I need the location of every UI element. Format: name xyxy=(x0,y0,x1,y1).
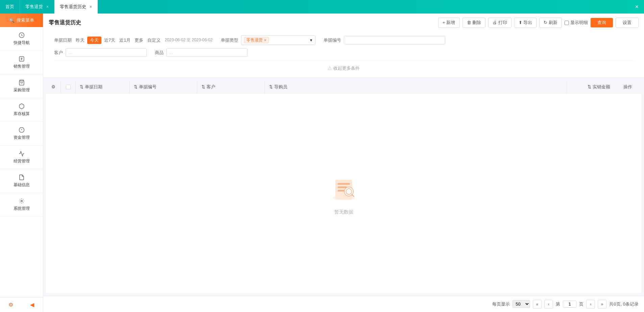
sidebar-search[interactable]: 🔍 搜索菜单 xyxy=(0,14,43,27)
th-amount[interactable]: ⇅ 实销金额 xyxy=(567,81,614,93)
sidebar-item-label: 采购管理 xyxy=(14,87,30,93)
tab-retail-return[interactable]: 零售退货 × xyxy=(20,0,54,14)
new-button[interactable]: + 新增 xyxy=(438,18,459,28)
th-customer-text: 客户 xyxy=(207,84,215,90)
th-guide-text: 导购员 xyxy=(274,84,287,90)
show-detail-label: 显示明细 xyxy=(570,20,588,26)
sidebar-item-finance[interactable]: 资金管理 xyxy=(0,122,43,146)
svg-rect-9 xyxy=(337,183,350,185)
sidebar-item-label: 基础信息 xyxy=(14,182,30,188)
sidebar-item-label: 快捷导航 xyxy=(14,40,30,46)
basic-info-icon xyxy=(18,174,25,181)
goods-filter: 商品 ... xyxy=(155,48,247,57)
export-button[interactable]: ⬆ 导出 xyxy=(514,18,537,28)
sidebar-item-quick-nav[interactable]: 快捷导航 xyxy=(0,27,43,51)
top-bar: 首页 零售退货 × 零售退货历史 × × xyxy=(0,0,644,14)
goods-placeholder: ... xyxy=(169,50,173,55)
date-opt-7days[interactable]: 近7天 xyxy=(103,37,117,44)
th-customer-sort: ⇅ xyxy=(201,84,205,89)
data-table: ⚙ ⇅ 单据日期 ⇅ 单据编号 ⇅ 客户 ⇅ xyxy=(46,81,641,293)
th-guide[interactable]: ⇅ 导购员 xyxy=(265,81,567,93)
svg-point-6 xyxy=(21,200,22,202)
bill-type-tag: 零售退货 × xyxy=(244,37,269,43)
customer-select[interactable]: ... xyxy=(66,48,147,57)
tab-retail-return-history[interactable]: 零售退货历史 × xyxy=(54,0,98,14)
sidebar-item-operation[interactable]: 经营管理 xyxy=(0,146,43,169)
date-range-label: 2023-06-02 至 2023-06-02 xyxy=(165,37,212,43)
chevron-down-icon: ▾ xyxy=(310,38,312,43)
tab-retail-return-close[interactable]: × xyxy=(46,4,49,9)
sidebar-bottom: ⚙ ◀ xyxy=(0,297,43,312)
date-opt-today[interactable]: 今天 xyxy=(87,37,101,44)
query-button[interactable]: 查询 xyxy=(591,18,613,27)
goods-select[interactable]: ... xyxy=(166,48,247,57)
date-filter: 单据日期 昨天 今天 近7天 近1月 更多 自定义 2023-06-02 至 2… xyxy=(54,37,213,44)
last-page-button[interactable]: » xyxy=(598,300,606,309)
sidebar-collapse-btn[interactable]: ◀ xyxy=(22,297,43,312)
bill-no-input[interactable] xyxy=(344,36,445,44)
sidebar-item-sales[interactable]: 销售管理 xyxy=(0,51,43,74)
bill-type-select[interactable]: 零售退货 × ▾ xyxy=(241,35,315,45)
th-bill-no[interactable]: ⇅ 单据编号 xyxy=(130,81,197,93)
collapse-button[interactable]: △ 收起更多条件 xyxy=(322,64,365,73)
search-icon: 🔍 xyxy=(9,18,15,23)
sidebar-item-label: 库存核算 xyxy=(14,111,30,117)
window-close-icon[interactable]: × xyxy=(629,3,644,10)
settings-bottom-btn[interactable]: ⚙ xyxy=(0,297,22,312)
pagination: 每页显示 50 20 100 « ‹ 第 页 › » 共0页, 0条记录 xyxy=(43,296,644,312)
prev-page-button[interactable]: ‹ xyxy=(544,300,553,309)
show-detail-checkbox-label[interactable]: 显示明细 xyxy=(565,20,588,26)
sales-icon xyxy=(18,55,25,62)
page-header: 零售退货历史 + 新增 🗑 删除 🖨 打印 ⬆ 导出 ↻ 刷新 显示明细 查询 … xyxy=(43,14,644,78)
delete-button[interactable]: 🗑 删除 xyxy=(462,18,486,28)
page-label: 第 xyxy=(556,301,560,307)
header-checkbox[interactable] xyxy=(66,85,71,89)
empty-text: 暂无数据 xyxy=(334,209,353,215)
date-opt-more[interactable]: 更多 xyxy=(133,37,145,44)
tab-home[interactable]: 首页 xyxy=(0,0,20,14)
toolbar: + 新增 🗑 删除 🖨 打印 ⬆ 导出 ↻ 刷新 显示明细 查询 设置 xyxy=(438,18,639,28)
operation-icon xyxy=(18,150,25,157)
sidebar-item-system[interactable]: 系统管理 xyxy=(0,193,43,217)
th-checkbox[interactable] xyxy=(61,81,76,93)
refresh-button[interactable]: ↻ 刷新 xyxy=(539,18,562,28)
th-customer[interactable]: ⇅ 客户 xyxy=(197,81,265,93)
next-page-button[interactable]: › xyxy=(586,300,595,309)
sidebar: 🔍 搜索菜单 快捷导航 销售管理 采购管理 库存核算 xyxy=(0,14,43,312)
page-title-row: 零售退货历史 + 新增 🗑 删除 🖨 打印 ⬆ 导出 ↻ 刷新 显示明细 查询 … xyxy=(49,18,639,28)
page-input[interactable] xyxy=(563,300,576,308)
show-detail-checkbox[interactable] xyxy=(565,21,569,25)
date-filter-label: 单据日期 xyxy=(54,37,72,43)
page-size-select[interactable]: 50 20 100 xyxy=(512,300,530,308)
sidebar-item-label: 系统管理 xyxy=(14,206,30,211)
th-date-label: ⇅ xyxy=(80,84,84,89)
sidebar-item-inventory[interactable]: 库存核算 xyxy=(0,98,43,122)
th-action: 操作 xyxy=(614,81,641,93)
sidebar-search-label: 搜索菜单 xyxy=(17,17,34,23)
customer-filter-label: 客户 xyxy=(54,50,63,56)
th-date[interactable]: ⇅ 单据日期 xyxy=(76,81,130,93)
bill-type-filter: 单据类型 零售退货 × ▾ xyxy=(221,35,315,45)
sidebar-item-basic-info[interactable]: 基础信息 xyxy=(0,169,43,193)
th-settings[interactable]: ⚙ xyxy=(46,81,61,93)
inventory-icon xyxy=(18,103,25,110)
print-button[interactable]: 🖨 打印 xyxy=(488,18,511,28)
settings-icon: ⚙ xyxy=(51,84,55,89)
bill-no-filter: 单据编号 xyxy=(324,36,445,44)
tab-retail-return-history-close[interactable]: × xyxy=(90,4,92,9)
page-size-label: 每页显示 xyxy=(492,301,510,307)
date-options: 昨天 今天 近7天 近1月 更多 自定义 2023-06-02 至 2023-0… xyxy=(74,37,213,44)
tab-list: 首页 零售退货 × 零售退货历史 × xyxy=(0,0,629,14)
date-opt-yesterday[interactable]: 昨天 xyxy=(74,37,86,44)
table-header: ⚙ ⇅ 单据日期 ⇅ 单据编号 ⇅ 客户 ⇅ xyxy=(46,81,641,93)
sidebar-item-purchase[interactable]: 采购管理 xyxy=(0,74,43,98)
customer-placeholder: ... xyxy=(69,50,72,55)
date-opt-custom[interactable]: 自定义 xyxy=(146,37,162,44)
sidebar-item-label: 销售管理 xyxy=(14,64,30,69)
setting-button[interactable]: 设置 xyxy=(616,18,639,28)
date-opt-1month[interactable]: 近1月 xyxy=(118,37,132,44)
th-action-text: 操作 xyxy=(623,84,632,90)
bill-type-tag-close[interactable]: × xyxy=(264,38,266,43)
first-page-button[interactable]: « xyxy=(533,300,542,309)
page-title: 零售退货历史 xyxy=(49,19,81,26)
